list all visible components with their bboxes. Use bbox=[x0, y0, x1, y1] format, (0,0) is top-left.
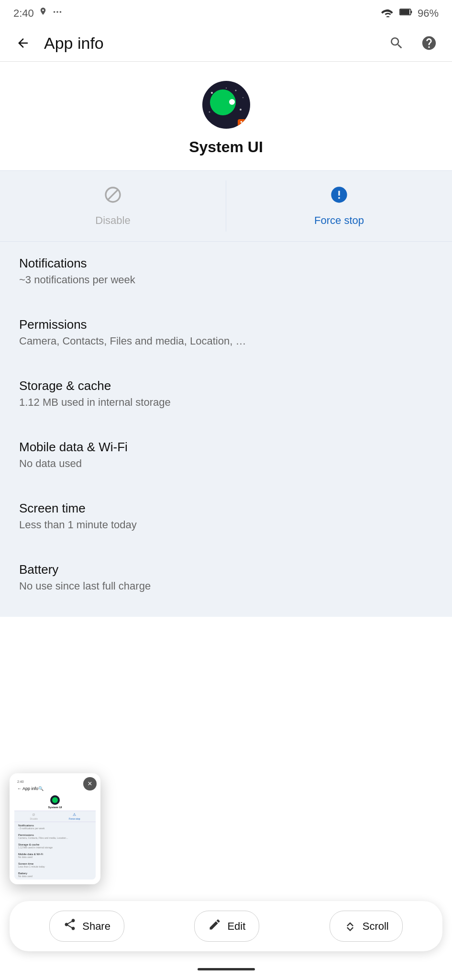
edit-icon bbox=[208, 918, 221, 935]
mini-actions: ⊘ Disable ⚠ Force stop bbox=[14, 811, 96, 822]
mini-battery: Battery No data used bbox=[14, 870, 96, 880]
page-title: App info bbox=[44, 34, 375, 53]
disable-icon bbox=[103, 185, 122, 209]
disable-label: Disable bbox=[95, 214, 130, 227]
location-icon bbox=[39, 7, 47, 20]
svg-point-10 bbox=[226, 88, 227, 89]
svg-point-8 bbox=[240, 109, 242, 111]
status-left: 2:40 bbox=[13, 7, 63, 20]
mini-force-stop: ⚠ Force stop bbox=[69, 813, 80, 820]
share-label: Share bbox=[82, 920, 110, 933]
notifications-title: Notifications bbox=[19, 256, 433, 271]
mini-mobile-data: Mobile data & Wi-Fi No data used bbox=[14, 851, 96, 860]
svg-rect-5 bbox=[400, 10, 409, 15]
mini-disable: ⊘ Disable bbox=[30, 813, 38, 820]
share-button[interactable]: Share bbox=[49, 911, 124, 942]
screen-time-item[interactable]: Screen time Less than 1 minute today bbox=[0, 487, 452, 546]
app-name: System UI bbox=[189, 138, 263, 156]
thumbnail-popup: × 2:40 96% ← App info 🔍 System UI bbox=[10, 773, 100, 884]
svg-rect-4 bbox=[411, 11, 412, 13]
svg-point-9 bbox=[209, 111, 210, 113]
svg-point-2 bbox=[59, 11, 61, 13]
permissions-title: Permissions bbox=[19, 317, 433, 332]
app-icon: 11 bbox=[202, 81, 250, 129]
storage-title: Storage & cache bbox=[19, 379, 433, 393]
mini-app-icon bbox=[50, 795, 60, 805]
screen-time-subtitle: Less than 1 minute today bbox=[19, 519, 433, 531]
force-stop-label: Force stop bbox=[314, 214, 364, 227]
wifi-icon bbox=[381, 7, 395, 20]
force-stop-icon bbox=[330, 185, 349, 209]
permissions-item[interactable]: Permissions Camera, Contacts, Files and … bbox=[0, 303, 452, 362]
app-header: 11 System UI bbox=[0, 62, 452, 170]
notifications-item[interactable]: Notifications ~3 notifications per week bbox=[0, 242, 452, 301]
bottom-action-bar: Share Edit Scroll bbox=[10, 901, 442, 951]
back-button[interactable] bbox=[11, 32, 34, 55]
mobile-data-title: Mobile data & Wi-Fi bbox=[19, 440, 433, 455]
status-right: 96% bbox=[381, 7, 439, 20]
battery-percent: 96% bbox=[418, 7, 439, 20]
mobile-data-subtitle: No data used bbox=[19, 457, 433, 470]
help-button[interactable] bbox=[418, 32, 441, 55]
search-button[interactable] bbox=[385, 32, 408, 55]
scroll-icon bbox=[343, 918, 357, 935]
battery-icon bbox=[399, 7, 413, 20]
mini-app-header: System UI bbox=[14, 792, 96, 811]
storage-item[interactable]: Storage & cache 1.12 MB used in internal… bbox=[0, 364, 452, 423]
disable-button[interactable]: Disable bbox=[0, 171, 226, 241]
mini-storage: Storage & cache 1.12 MB used in internal… bbox=[14, 841, 96, 851]
notifications-subtitle: ~3 notifications per week bbox=[19, 274, 433, 286]
edit-button[interactable]: Edit bbox=[194, 911, 259, 942]
mini-app-name: System UI bbox=[48, 806, 62, 809]
svg-point-6 bbox=[211, 92, 213, 94]
battery-subtitle: No use since last full charge bbox=[19, 580, 433, 592]
share-icon bbox=[63, 918, 77, 935]
battery-title: Battery bbox=[19, 562, 433, 577]
thumbnail-close-button[interactable]: × bbox=[83, 777, 97, 791]
svg-point-7 bbox=[235, 90, 236, 91]
edit-label: Edit bbox=[227, 920, 245, 933]
battery-item[interactable]: Battery No use since last full charge bbox=[0, 548, 452, 607]
status-time: 2:40 bbox=[13, 7, 34, 20]
home-indicator bbox=[198, 968, 255, 970]
mini-permissions: Permissions Camera, Contacts, Files and … bbox=[14, 832, 96, 841]
app-badge: 11 bbox=[238, 119, 249, 128]
settings-list: Notifications ~3 notifications per week … bbox=[0, 242, 452, 617]
permissions-subtitle: Camera, Contacts, Files and media, Locat… bbox=[19, 335, 433, 347]
svg-point-11 bbox=[243, 97, 243, 98]
status-bar: 2:40 96% bbox=[0, 0, 452, 25]
action-section: Disable Force stop bbox=[0, 170, 452, 242]
storage-subtitle: 1.12 MB used in internal storage bbox=[19, 396, 433, 409]
svg-point-1 bbox=[56, 11, 58, 13]
mini-screen: 2:40 96% ← App info 🔍 System UI ⊘ Disabl… bbox=[14, 778, 96, 880]
top-bar: App info bbox=[0, 25, 452, 61]
mini-notifications: Notifications ~3 notifications per week bbox=[14, 822, 96, 832]
screen-time-title: Screen time bbox=[19, 501, 433, 516]
force-stop-button[interactable]: Force stop bbox=[226, 171, 452, 241]
mini-screen-time: Screen time Less than 1 minute today bbox=[14, 860, 96, 870]
scroll-button[interactable]: Scroll bbox=[330, 911, 403, 942]
notification-dots-icon bbox=[52, 7, 63, 20]
svg-point-0 bbox=[54, 11, 55, 13]
scroll-label: Scroll bbox=[363, 920, 389, 933]
mobile-data-item[interactable]: Mobile data & Wi-Fi No data used bbox=[0, 425, 452, 485]
